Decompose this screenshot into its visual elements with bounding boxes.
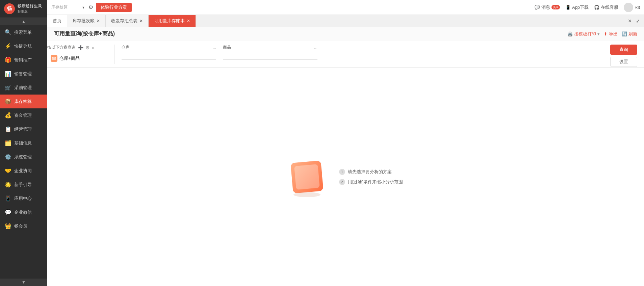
sidebar-item-quicknav[interactable]: ⚡ 快捷导航 xyxy=(0,39,47,53)
tab-available-label: 可用量库存账本 xyxy=(154,18,185,24)
product-input[interactable] xyxy=(223,52,317,60)
sidebar-item-member[interactable]: 👑 畅会员 xyxy=(0,219,47,233)
filter-field-warehouse-label: 仓库 ... xyxy=(122,45,216,50)
sidebar-scroll-up[interactable]: ▲ xyxy=(0,18,47,25)
tab-summary-label: 收发存汇总表 xyxy=(111,18,137,24)
print-icon: 🖨️ xyxy=(567,31,573,36)
sidebar-item-system[interactable]: ⚙️ 系统管理 xyxy=(0,150,47,164)
star-icon: 🌟 xyxy=(5,181,11,188)
gift-icon: 🎁 xyxy=(5,57,11,63)
empty-hint-2-text: 用[过滤]条件来缩小分析范围 xyxy=(348,179,403,185)
box-inner xyxy=(294,164,320,190)
sidebar-item-marketing[interactable]: 🎁 营销推广 xyxy=(0,53,47,67)
sidebar-item-label: 系统管理 xyxy=(14,154,32,160)
export-btn[interactable]: ⬆ 导出 xyxy=(604,31,618,37)
close-tab-btn[interactable]: ✕ xyxy=(626,18,633,24)
online-service-btn[interactable]: 🎧 在线客服 xyxy=(594,4,618,10)
product-more-btn[interactable]: ... xyxy=(314,45,317,50)
tab-batch-label: 库存批次账 xyxy=(73,18,95,24)
sidebar-item-label: 企业微信 xyxy=(14,209,32,215)
empty-hint-2: 2 用[过滤]条件来缩小分析范围 xyxy=(339,179,403,185)
print-template-btn[interactable]: 🖨️ 按模板打印 ▾ xyxy=(567,31,600,37)
sidebar-item-wechat[interactable]: 💬 企业微信 xyxy=(0,205,47,219)
phone-icon: 📱 xyxy=(5,195,11,202)
scheme-icon xyxy=(51,55,57,62)
query-button[interactable]: 查询 xyxy=(610,45,637,55)
basic-icon: 🗂️ xyxy=(5,140,11,146)
warehouse-input[interactable] xyxy=(122,52,216,60)
hint-num-2: 2 xyxy=(339,179,345,185)
filter-field-product-label: 商品 ... xyxy=(223,45,317,50)
tab-home[interactable]: 首页 xyxy=(47,15,67,27)
scheme-item-warehouse-product[interactable]: 仓库+商品 xyxy=(47,53,111,64)
sidebar-item-cooperation[interactable]: 🤝 企业协同 xyxy=(0,164,47,178)
sidebar-title: 畅康通好生意 xyxy=(18,4,42,9)
refresh-icon: 🔄 xyxy=(622,31,627,36)
inventory-icon: 📦 xyxy=(5,98,11,105)
wechat-icon: 💬 xyxy=(5,209,11,215)
empty-hints: 1 请先选择要分析的方案 2 用[过滤]条件来缩小分析范围 xyxy=(339,169,403,185)
empty-hint-1-text: 请先选择要分析的方案 xyxy=(348,169,392,175)
filter-row: 按以下方案查询 ➕ ⚙ « 仓库+商品 xyxy=(47,41,644,68)
filter-field-warehouse: 仓库 ... xyxy=(122,45,216,60)
industry-plan-button[interactable]: 体验行业方案 xyxy=(96,3,132,12)
empty-state: 1 请先选择要分析的方案 2 用[过滤]条件来缩小分析范围 xyxy=(47,68,644,286)
empty-hint-1: 1 请先选择要分析的方案 xyxy=(339,169,403,175)
tab-available-close[interactable]: ✕ xyxy=(187,19,190,23)
sidebar-item-appcenter[interactable]: 📱 应用中心 xyxy=(0,191,47,205)
svg-rect-0 xyxy=(52,57,56,60)
sidebar-item-label: 基础信息 xyxy=(14,140,32,146)
sidebar-item-purchase[interactable]: 🛒 采购管理 xyxy=(0,81,47,95)
service-icon: 🎧 xyxy=(594,5,599,10)
finance-icon: 💰 xyxy=(5,112,11,119)
breadcrumb-dropdown[interactable]: ▾ xyxy=(81,4,86,10)
sidebar-item-finance[interactable]: 💰 资金管理 xyxy=(0,108,47,122)
tab-batch-close[interactable]: ✕ xyxy=(97,19,100,23)
page-header: 可用量查询(按仓库+商品) 🖨️ 按模板打印 ▾ ⬆ 导出 🔄 刷新 xyxy=(47,27,644,41)
message-btn[interactable]: 💬 消息 99+ xyxy=(535,4,560,10)
sidebar-item-search[interactable]: 🔍 搜索菜单 xyxy=(0,25,47,39)
settings-gear-icon[interactable]: ⚙ xyxy=(88,4,93,10)
warehouse-more-btn[interactable]: ... xyxy=(213,45,216,50)
manage-scheme-btn[interactable]: ⚙ xyxy=(85,45,90,50)
sidebar-item-sales[interactable]: 📊 销售管理 xyxy=(0,67,47,81)
add-scheme-btn[interactable]: ➕ xyxy=(78,45,83,50)
sidebar-scroll-down[interactable]: ▼ xyxy=(0,279,47,286)
page-header-actions: 🖨️ 按模板打印 ▾ ⬆ 导出 🔄 刷新 xyxy=(567,31,637,37)
avatar xyxy=(624,3,633,12)
sidebar-item-label: 经营管理 xyxy=(14,126,32,132)
sidebar-item-basic[interactable]: 🗂️ 基础信息 xyxy=(0,136,47,150)
tab-summary[interactable]: 收发存汇总表 ✕ xyxy=(106,15,149,27)
handshake-icon: 🤝 xyxy=(5,167,11,174)
sidebar-item-label: 采购管理 xyxy=(14,85,32,91)
sidebar-item-operations[interactable]: 📋 经营管理 xyxy=(0,122,47,136)
sidebar-item-inventory[interactable]: 📦 库存核算 xyxy=(0,95,47,108)
sidebar-item-label: 快捷导航 xyxy=(14,43,32,49)
scheme-item-label: 仓库+商品 xyxy=(59,55,80,61)
sidebar-edition: 标准版 xyxy=(18,9,42,14)
user-profile-btn[interactable]: Rit xyxy=(624,3,640,12)
filter-settings-button[interactable]: 设置 xyxy=(610,57,637,67)
topbar-right: 💬 消息 99+ 📱 App下载 🎧 在线客服 Rit xyxy=(535,3,640,12)
box-shadow xyxy=(293,192,320,197)
hint-num-1: 1 xyxy=(339,169,345,175)
tab-batch[interactable]: 库存批次账 ✕ xyxy=(67,15,106,27)
sidebar-brand: 畅康通好生意 标准版 xyxy=(18,4,42,14)
box-illustration xyxy=(290,160,324,193)
sidebar-item-label: 新手引导 xyxy=(14,182,32,188)
sidebar-item-label: 畅会员 xyxy=(14,223,27,229)
sidebar-item-newbie[interactable]: 🌟 新手引导 xyxy=(0,178,47,191)
sidebar-item-label: 搜索菜单 xyxy=(14,29,32,35)
export-icon: ⬆ xyxy=(604,31,608,36)
expand-tab-btn[interactable]: ⤢ xyxy=(635,18,641,24)
collapse-scheme-btn[interactable]: « xyxy=(92,45,95,50)
page-content: 可用量查询(按仓库+商品) 🖨️ 按模板打印 ▾ ⬆ 导出 🔄 刷新 xyxy=(47,27,644,286)
app-download-btn[interactable]: 📱 App下载 xyxy=(565,4,589,10)
main-area: 库存核算 ▾ ⚙ 体验行业方案 💬 消息 99+ 📱 App下载 🎧 在线客服 … xyxy=(47,0,644,286)
refresh-btn[interactable]: 🔄 刷新 xyxy=(622,31,637,37)
crown-icon: 👑 xyxy=(5,223,11,229)
tab-home-label: 首页 xyxy=(53,18,61,24)
tab-summary-close[interactable]: ✕ xyxy=(139,19,143,23)
tab-available[interactable]: 可用量库存账本 ✕ xyxy=(149,15,196,27)
sidebar-item-label: 销售管理 xyxy=(14,71,32,77)
